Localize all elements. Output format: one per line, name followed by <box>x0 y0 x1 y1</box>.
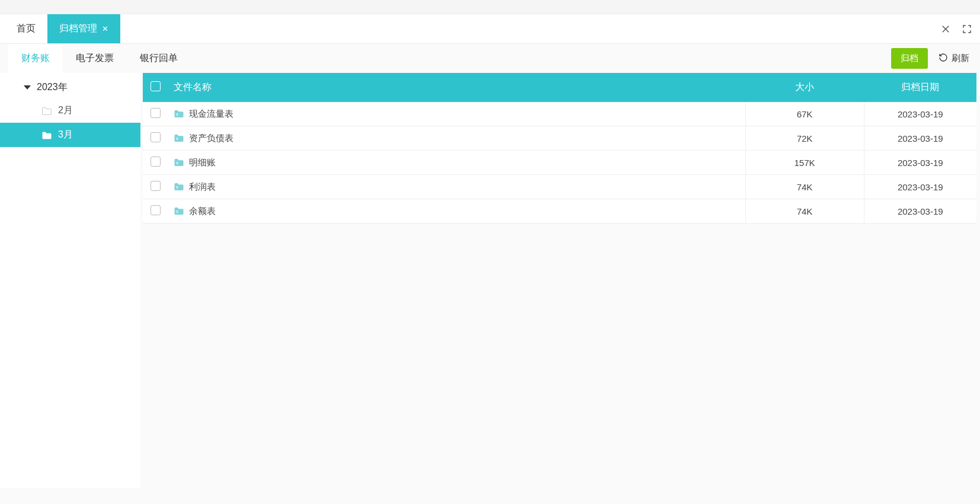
svg-rect-4 <box>177 138 178 138</box>
file-size: 74K <box>745 199 864 224</box>
nav-tab-label: 归档管理 <box>59 23 97 35</box>
file-date: 2023-03-19 <box>864 175 976 199</box>
file-icon <box>174 109 184 119</box>
file-name: 利润表 <box>189 181 216 193</box>
sub-tabs-row: 财务账 电子发票 银行回单 归档 刷新 <box>0 44 980 73</box>
sub-tab-einvoice[interactable]: 电子发票 <box>63 44 127 73</box>
tree-root[interactable]: 2023年 <box>8 76 140 98</box>
close-icon[interactable]: ✕ <box>102 24 108 33</box>
file-size: 72K <box>745 126 864 151</box>
nav-tab-label: 首页 <box>17 23 36 35</box>
table-header-row: 文件名称 大小 归档日期 <box>143 73 976 102</box>
svg-rect-9 <box>177 188 178 189</box>
file-name: 资产负债表 <box>189 133 233 144</box>
sub-tab-bank[interactable]: 银行回单 <box>127 44 191 73</box>
folder-icon <box>41 107 52 115</box>
svg-rect-11 <box>177 212 178 213</box>
file-name: 余额表 <box>189 206 216 217</box>
tree-root-label: 2023年 <box>37 81 68 94</box>
select-all-checkbox[interactable] <box>150 81 161 91</box>
file-icon <box>174 206 184 216</box>
file-size: 67K <box>745 102 864 126</box>
table-row[interactable]: 利润表74K2023-03-19 <box>143 175 976 199</box>
sub-right: 归档 刷新 <box>891 44 969 73</box>
tree-item-mar[interactable]: 3月 <box>0 123 140 147</box>
col-header-size: 大小 <box>745 73 864 102</box>
tree-item-feb[interactable]: 2月 <box>8 98 140 123</box>
file-name: 明细账 <box>189 157 216 168</box>
table-row[interactable]: 现金流量表67K2023-03-19 <box>143 102 976 126</box>
folder-icon <box>41 131 52 139</box>
file-icon <box>174 133 184 143</box>
table-row[interactable]: 资产负债表72K2023-03-19 <box>143 126 976 151</box>
file-date: 2023-03-19 <box>864 126 976 151</box>
svg-rect-8 <box>177 186 178 187</box>
sub-tab-finance[interactable]: 财务账 <box>8 44 63 73</box>
file-size: 157K <box>745 151 864 175</box>
refresh-icon <box>939 53 948 64</box>
row-checkbox[interactable] <box>150 205 161 215</box>
tree-item-label: 2月 <box>58 104 73 117</box>
row-checkbox[interactable] <box>150 108 161 118</box>
file-icon <box>174 182 184 192</box>
nav-tab-archive[interactable]: 归档管理 ✕ <box>47 14 120 43</box>
nav-right <box>936 14 976 43</box>
table-row[interactable]: 明细账157K2023-03-19 <box>143 151 976 175</box>
nav-tabs-row: 首页 归档管理 ✕ <box>0 14 980 44</box>
file-name: 现金流量表 <box>189 109 233 120</box>
main-layout: 2023年 2月 3月 文件名称 大小 归档日期 现 <box>0 73 980 488</box>
svg-rect-3 <box>177 115 178 116</box>
col-header-name: 文件名称 <box>168 73 745 102</box>
file-size: 74K <box>745 175 864 199</box>
svg-rect-2 <box>177 113 178 114</box>
file-table: 文件名称 大小 归档日期 现金流量表67K2023-03-19资产负债表72K2… <box>143 73 976 224</box>
row-checkbox[interactable] <box>150 132 161 142</box>
refresh-button[interactable]: 刷新 <box>939 53 969 64</box>
svg-rect-7 <box>177 164 178 164</box>
sub-tab-label: 电子发票 <box>76 53 114 63</box>
row-checkbox[interactable] <box>150 157 161 167</box>
table-area: 文件名称 大小 归档日期 现金流量表67K2023-03-19资产负债表72K2… <box>140 73 980 224</box>
row-checkbox[interactable] <box>150 181 161 191</box>
sidebar: 2023年 2月 3月 <box>0 73 140 488</box>
sub-tab-label: 银行回单 <box>140 53 178 63</box>
archive-button[interactable]: 归档 <box>891 48 928 69</box>
nav-tab-home[interactable]: 首页 <box>5 14 47 43</box>
fullscreen-button[interactable] <box>957 20 976 39</box>
svg-rect-6 <box>177 162 178 162</box>
close-panel-button[interactable] <box>936 20 955 39</box>
file-date: 2023-03-19 <box>864 102 976 126</box>
chevron-down-icon <box>24 85 31 90</box>
sub-tab-label: 财务账 <box>21 53 50 63</box>
file-date: 2023-03-19 <box>864 151 976 175</box>
file-date: 2023-03-19 <box>864 199 976 224</box>
refresh-label: 刷新 <box>952 53 969 64</box>
top-bar <box>0 0 980 14</box>
table-row[interactable]: 余额表74K2023-03-19 <box>143 199 976 224</box>
svg-rect-5 <box>177 139 178 140</box>
tree-item-label: 3月 <box>58 129 73 141</box>
file-icon <box>174 158 184 167</box>
col-header-date: 归档日期 <box>864 73 976 102</box>
svg-rect-10 <box>177 210 178 211</box>
